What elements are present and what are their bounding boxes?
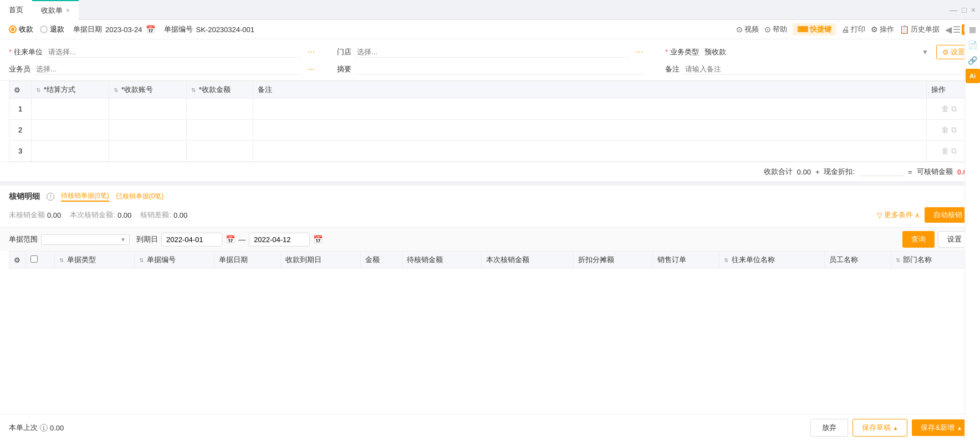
range-select[interactable]: ▼	[41, 234, 130, 245]
print-btn[interactable]: 🖨 打印	[841, 24, 865, 34]
number-value: SK-20230324-001	[196, 25, 255, 34]
current-label: 本次核销金额:	[70, 210, 115, 220]
select-all-checkbox[interactable]	[30, 255, 38, 263]
number-label: 单据编号	[164, 24, 193, 34]
delete-icon[interactable]: 🗑	[941, 125, 949, 135]
receipt-table-wrapper: ⚙ ⇅ *结算方式 ⇅ *收款账号 ⇅ *收款金额 备注	[0, 81, 980, 162]
row-amount-3[interactable]	[187, 141, 253, 162]
sort-icon[interactable]: ⇅	[36, 87, 40, 93]
window-close-btn[interactable]: ×	[971, 6, 976, 14]
staff-more-icon[interactable]: ···	[308, 64, 315, 74]
more-filter-btn[interactable]: ▽ 更多条件 ∧	[877, 210, 920, 220]
receipt-radio-label: 收款	[19, 24, 33, 34]
pending-tab[interactable]: 待核销单据(0笔)	[61, 191, 109, 202]
business-type-value: 预收款	[705, 47, 726, 57]
window-max-btn[interactable]: □	[962, 6, 966, 14]
tab-receipt-close[interactable]: ×	[66, 7, 70, 14]
layout-prev-icon[interactable]: ◀	[945, 24, 952, 35]
save-draft-btn[interactable]: 保存草稿 ▲	[853, 419, 908, 437]
th-checkbox-col	[26, 252, 55, 269]
refund-radio[interactable]: 退款	[40, 24, 64, 34]
tab-home[interactable]: 首页	[0, 0, 32, 20]
sort-icon[interactable]: ⇅	[191, 87, 196, 93]
th-sales-order: 销售订单	[652, 252, 719, 269]
settings-icon-bt[interactable]: ⚙	[14, 256, 21, 264]
row-remark-1[interactable]	[253, 99, 927, 120]
row-settlement-3[interactable]	[32, 141, 109, 162]
stats-row: 未核销金额 0.00 本次核销金额: 0.00 核销差额: 0.00 ▽ 更多条…	[0, 205, 980, 227]
save-new-caret: ▲	[957, 425, 962, 431]
query-btn[interactable]: 查询	[902, 231, 935, 248]
shortcut-icon: ⌨	[797, 25, 808, 34]
video-btn[interactable]: ⊙ 视频	[736, 24, 759, 34]
row-settlement-2[interactable]	[32, 120, 109, 141]
done-tab[interactable]: 已核销单据(0笔)	[116, 192, 164, 201]
staff-input[interactable]	[34, 64, 302, 75]
copy-icon[interactable]: ⧉	[951, 146, 957, 156]
copy-icon[interactable]: ⧉	[951, 125, 957, 135]
tab-home-label: 首页	[9, 5, 23, 15]
sidebar-link-icon[interactable]: 🔗	[966, 53, 980, 68]
remark-input[interactable]	[683, 64, 971, 75]
start-cal-icon[interactable]: 📅	[226, 235, 235, 244]
store-more-icon[interactable]: ···	[636, 47, 643, 57]
copy-icon[interactable]: ⧉	[951, 104, 957, 114]
delete-icon[interactable]: 🗑	[941, 104, 949, 114]
help-btn[interactable]: ⊙ 帮助	[764, 24, 787, 34]
last-order-info-icon[interactable]: ℹ	[40, 424, 48, 432]
discount-input[interactable]	[859, 167, 904, 176]
tab-receipt[interactable]: 收款单 ×	[32, 0, 79, 20]
range-label: 单据范围	[9, 234, 38, 244]
row-num-2: 2	[9, 120, 32, 141]
counterpart-more-icon[interactable]: ···	[308, 47, 315, 57]
sidebar-table-icon[interactable]: ▦	[966, 22, 980, 37]
row-amount-1[interactable]	[187, 99, 253, 120]
store-input[interactable]	[355, 47, 630, 58]
row-account-1[interactable]	[109, 99, 187, 120]
th-settings[interactable]: ⚙	[9, 81, 32, 99]
row-account-2[interactable]	[109, 120, 187, 141]
print-icon: 🖨	[841, 25, 849, 34]
shortcut-btn[interactable]: ⌨ 快捷键	[793, 23, 836, 35]
window-min-btn[interactable]: —	[950, 6, 957, 14]
due-start-input[interactable]	[161, 233, 222, 247]
summary-row: 收款合计 0.00 + 现金折扣: = 可核销金额 0.00	[0, 162, 980, 181]
discard-btn[interactable]: 放弃	[810, 419, 848, 437]
summary-label: 摘要	[337, 64, 351, 74]
row-remark-3[interactable]	[253, 141, 927, 162]
delete-icon[interactable]: 🗑	[941, 146, 949, 156]
counterpart-input[interactable]	[46, 47, 302, 58]
calendar-icon[interactable]: 📅	[146, 25, 155, 34]
business-type-caret[interactable]: ▼	[922, 48, 928, 56]
row-remark-2[interactable]	[253, 120, 927, 141]
form-area: * 往来单位 ··· 门店 ··· * 业务类型 预收款 ▼	[0, 39, 980, 81]
history-btn[interactable]: 📋 历史单据	[900, 24, 940, 34]
due-field: 到期日 📅 — 📅	[136, 233, 323, 247]
end-cal-icon[interactable]: 📅	[313, 235, 323, 244]
layout-list-icon[interactable]: ☰	[953, 24, 961, 35]
filter-icon: ▽	[877, 211, 882, 219]
summary-input[interactable]	[355, 64, 643, 75]
table-row: 3 🗑 ⧉	[9, 141, 971, 162]
receipt-radio-dot	[9, 25, 17, 33]
table-header-row: ⚙ ⇅ *结算方式 ⇅ *收款账号 ⇅ *收款金额 备注	[9, 81, 971, 99]
receipt-radio[interactable]: 收款	[9, 24, 33, 34]
row-account-3[interactable]	[109, 141, 187, 162]
toolbar-right: ⊙ 视频 ⊙ 帮助 ⌨ 快捷键 🖨 打印 ⚙ 操作 📋 历史单据	[736, 23, 971, 35]
info-icon[interactable]: i	[47, 193, 54, 201]
row-settlement-1[interactable]	[32, 99, 109, 120]
save-new-btn[interactable]: 保存&新增 ▲	[912, 419, 971, 436]
sort-icon[interactable]: ⇅	[114, 87, 118, 93]
section-divider	[0, 181, 980, 186]
footer-right: 放弃 保存草稿 ▲ 保存&新增 ▲	[810, 419, 971, 437]
operation-btn[interactable]: ⚙ 操作	[871, 24, 894, 34]
row-amount-2[interactable]	[187, 120, 253, 141]
total-label: 收款合计	[764, 167, 793, 177]
diff-stat: 核销差额: 0.00	[140, 210, 187, 220]
due-end-input[interactable]	[249, 233, 310, 247]
range-caret: ▼	[120, 237, 126, 243]
range-field: 单据范围 ▼	[9, 234, 130, 245]
sidebar-doc-icon[interactable]: 📄	[966, 38, 980, 52]
filter-actions: ▽ 更多条件 ∧ 自动核销	[877, 207, 971, 223]
sidebar-ai-icon[interactable]: Ai	[966, 69, 980, 83]
